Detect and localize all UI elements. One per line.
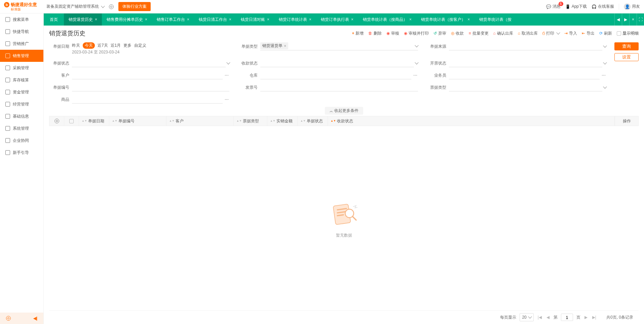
doc-no-input[interactable] [72,83,229,91]
tab-daily-clear-recon[interactable]: 钱货日清对账× [236,13,274,26]
lookup-icon[interactable]: ⋯ [224,97,229,102]
collect-button[interactable]: ◎收款 [451,31,464,36]
tab-order-stats[interactable]: 销货订单统计表× [274,13,316,26]
page-input[interactable] [561,314,573,321]
sidebar-item-system[interactable]: 系统管理 [0,122,43,134]
lookup-icon[interactable]: ⋯ [224,73,229,78]
per-page-select[interactable]: 20 [520,313,533,321]
select-all-checkbox[interactable] [64,116,79,126]
sidebar-item-marketing[interactable]: 营销推广 [0,38,43,50]
date-opt-more[interactable]: 更多 [123,43,131,48]
show-detail-checkbox[interactable]: 显示明细 [617,31,639,36]
pay-status-select[interactable] [260,59,414,67]
date-opt-yesterday[interactable]: 昨天 [72,43,80,48]
user-menu[interactable]: 👤 用友 [624,3,640,10]
tab-return-history[interactable]: 销货退货历史× [64,13,102,26]
sidebar-item-sales[interactable]: 销售管理 [0,50,43,62]
tab-daily-clear-workbench[interactable]: 钱货日清工作台× [194,13,236,26]
customer-input[interactable] [72,71,223,79]
tab-stats-by-product[interactable]: 销货单统计表（按商品）× [358,13,416,26]
sidebar-item-guide[interactable]: 新手引导 [0,147,43,159]
delete-button[interactable]: 🗑删除 [368,31,382,36]
tabs-scroll-right[interactable]: ▶ [622,13,629,26]
lookup-icon[interactable]: ⋯ [601,73,606,78]
import-button[interactable]: ⇥导入 [564,31,577,36]
tab-close-icon[interactable]: × [309,17,311,22]
doc-source-select[interactable] [449,42,603,50]
product-input[interactable] [72,95,223,104]
pager-next[interactable]: ▶ [584,315,588,320]
tab-close-icon[interactable]: × [145,17,147,22]
sidebar-item-enterprise[interactable]: 企业协同 [0,134,43,147]
tab-stats-by-customer[interactable]: 销货单统计表（按客户）× [416,13,475,26]
tab-order-workbench[interactable]: 销售订单工作台× [152,13,194,26]
col-real-amount[interactable]: ▲▼实销金额 [267,116,298,126]
salesman-input[interactable] [449,71,600,79]
col-doc-date[interactable]: ▲▼单据日期 [79,116,109,126]
sidebar-item-search[interactable]: 搜索菜单 [0,13,43,26]
sidebar-collapse-icon[interactable]: ◀| [33,316,37,321]
audit-print-button[interactable]: ◉审核并打印 [404,31,429,36]
sidebar-item-operation[interactable]: 经营管理 [0,98,43,110]
online-service-link[interactable]: 🎧 在线客服 [592,4,614,9]
tab-close-icon[interactable]: × [409,17,412,22]
sidebar-item-inventory[interactable]: 库存核算 [0,74,43,86]
sidebar-settings-icon[interactable] [6,316,11,321]
date-opt-last1m[interactable]: 近1月 [111,43,121,48]
pager-first[interactable]: |◀ [537,315,542,320]
sidebar-item-basic[interactable]: 基础信息 [0,110,43,122]
experience-button[interactable]: 体验行业方案 [118,2,151,11]
tab-close-icon[interactable]: × [267,17,269,22]
date-opt-custom[interactable]: 自定义 [134,43,146,48]
lookup-icon[interactable]: ⋯ [413,73,418,78]
chevron-down-icon[interactable] [603,44,607,47]
invoice-no-input[interactable] [260,83,418,91]
cancel-out-button[interactable]: ⌂取消出库 [518,31,538,36]
refresh-button[interactable]: ⟳刷新 [599,31,612,36]
doc-status-select[interactable] [72,59,226,67]
collapse-filters-button[interactable]: ︽ 收起更多条件 [325,107,363,115]
date-opt-today[interactable]: 今天 [83,42,95,49]
date-opt-last7[interactable]: 近7天 [98,43,108,48]
chevron-down-icon[interactable] [226,60,230,64]
tabs-fullscreen[interactable]: ⛶ [637,13,644,26]
col-customer[interactable]: ▲▼客户 [166,116,234,126]
tabs-close-current[interactable]: × [629,13,637,26]
batch-change-button[interactable]: ≡批量变更 [468,31,488,36]
tab-close-icon[interactable]: × [229,17,231,22]
system-selector[interactable]: 装备及固定资产辅助管理系统 [46,4,104,9]
setting-button[interactable]: 设置 [614,53,639,61]
app-download-link[interactable]: 📱 App下载 [565,4,587,9]
receipt-type-select[interactable] [449,83,603,91]
chevron-down-icon[interactable] [415,43,418,47]
sidebar-item-purchase[interactable]: 采购管理 [0,62,43,74]
chevron-down-icon[interactable] [603,85,607,88]
tab-order-exec[interactable]: 销货订单执行表× [316,13,358,26]
column-settings-button[interactable] [49,116,64,126]
abandon-button[interactable]: ↺弃审 [433,31,446,36]
export-button[interactable]: ⇤导出 [582,31,595,36]
col-receipt-type[interactable]: ▲▼票据类型 [234,116,267,126]
tab-close-icon[interactable]: × [467,17,470,22]
gear-icon[interactable] [109,4,114,9]
add-button[interactable]: +新增 [352,31,364,36]
tabs-scroll-left[interactable]: ◀ [614,13,622,26]
chevron-down-icon[interactable] [603,60,607,64]
col-pay-status[interactable]: ▲▼收款状态 [328,116,615,126]
tab-close-icon[interactable]: × [95,17,97,22]
audit-button[interactable]: ◉审核 [386,31,399,36]
tab-close-icon[interactable]: × [351,17,353,22]
tab-home[interactable]: 首页 [44,13,64,26]
query-button[interactable]: 查询 [614,42,639,50]
col-doc-no[interactable]: ▲▼单据编号 [109,116,166,126]
tag-remove-icon[interactable]: × [284,44,286,48]
confirm-out-button[interactable]: ⌂确认出库 [493,31,513,36]
tab-fee-alloc-history[interactable]: 销售费用分摊单历史× [102,13,152,26]
messages-link[interactable]: 💬 消息 6 [546,4,561,9]
tab-stats-truncated[interactable]: 销货单统计表（按 [475,13,516,26]
warehouse-input[interactable] [260,71,411,79]
pager-prev[interactable]: ◀ [546,315,550,320]
chevron-down-icon[interactable] [415,60,418,64]
sidebar-item-quicknav[interactable]: 快捷导航 [0,26,43,38]
sidebar-item-finance[interactable]: 资金管理 [0,86,43,98]
